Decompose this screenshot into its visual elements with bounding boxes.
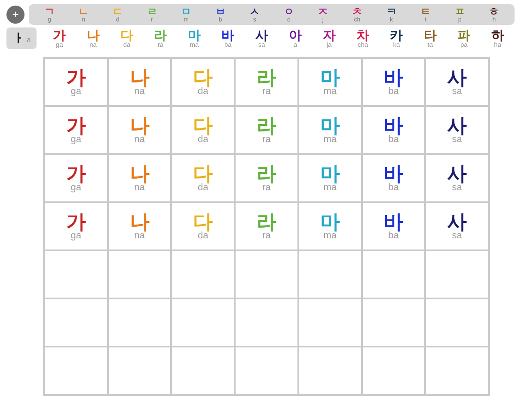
syllable-item[interactable]: 하ha: [481, 28, 514, 49]
consonant-item[interactable]: ㅊch: [340, 6, 374, 23]
cell-rom: ra: [262, 85, 271, 97]
grid-cell[interactable]: 사sa: [425, 58, 489, 106]
grid-cell[interactable]: 바ba: [362, 202, 426, 250]
consonant-item[interactable]: ㅌt: [408, 6, 443, 23]
syllable-rom: ga: [43, 41, 76, 49]
grid-cell[interactable]: 마ma: [298, 202, 362, 250]
grid-cell[interactable]: [298, 250, 362, 298]
consonant-bar: ㄱgㄴnㄷdㄹrㅁmㅂbㅅsㅇoㅈjㅊchㅋkㅌtㅍpㅎh: [29, 4, 515, 25]
consonant-item[interactable]: ㅂb: [203, 6, 238, 23]
syllable-item[interactable]: 라ra: [144, 28, 177, 49]
cell-glyph: 바: [383, 164, 403, 183]
syllable-item[interactable]: 사sa: [245, 28, 279, 49]
cell-rom: ma: [323, 182, 337, 193]
cell-glyph: 라: [257, 212, 276, 231]
grid-cell[interactable]: 나na: [108, 106, 172, 154]
syllable-item[interactable]: 차cha: [346, 28, 380, 49]
grid-cell[interactable]: 나na: [108, 154, 172, 202]
grid-cell[interactable]: 사sa: [425, 106, 489, 154]
consonant-rom: t: [408, 16, 443, 23]
grid-cell[interactable]: 바ba: [362, 58, 426, 106]
consonant-item[interactable]: ㅋk: [374, 6, 409, 23]
grid-cell[interactable]: [44, 298, 108, 347]
consonant-item[interactable]: ㅁm: [169, 6, 203, 23]
grid-cell[interactable]: 다da: [171, 202, 235, 250]
syllable-item[interactable]: 마ma: [178, 28, 211, 49]
grid-cell[interactable]: 가ga: [44, 106, 108, 154]
grid-cell[interactable]: [235, 250, 298, 298]
grid-cell[interactable]: [44, 347, 108, 395]
grid-cell[interactable]: 바ba: [362, 154, 426, 202]
syllable-item[interactable]: 바ba: [211, 28, 245, 49]
grid-cell[interactable]: [235, 298, 298, 347]
grid-cell[interactable]: 가ga: [44, 202, 108, 250]
grid-cell[interactable]: [44, 250, 108, 298]
syllable-item[interactable]: 가ga: [43, 28, 76, 49]
grid-cell[interactable]: 다da: [171, 106, 235, 154]
consonant-item[interactable]: ㅅs: [237, 6, 272, 23]
syllable-rom: ra: [144, 41, 177, 49]
syllable-item[interactable]: 파pa: [447, 28, 481, 49]
grid-cell[interactable]: 마ma: [298, 154, 362, 202]
cell-rom: ma: [323, 230, 337, 241]
consonant-rom: j: [306, 16, 340, 23]
grid-cell[interactable]: [108, 250, 172, 298]
syllable-item[interactable]: 나na: [76, 28, 110, 49]
syllable-glyph: 카: [380, 28, 413, 42]
grid-cell[interactable]: [171, 347, 235, 395]
grid-cell[interactable]: 바ba: [362, 106, 426, 154]
grid-cell[interactable]: [362, 347, 426, 395]
syllable-item[interactable]: 타ta: [414, 28, 447, 49]
consonant-item[interactable]: ㄴn: [67, 6, 101, 23]
grid-cell[interactable]: 마ma: [298, 58, 362, 106]
consonant-rom: b: [203, 16, 238, 23]
grid-cell[interactable]: [108, 347, 172, 395]
syllable-rom: na: [76, 41, 110, 49]
syllable-rom: sa: [245, 41, 279, 49]
grid-cell[interactable]: [298, 298, 362, 347]
grid-cell[interactable]: 사sa: [425, 154, 489, 202]
grid-cell[interactable]: [235, 347, 298, 395]
grid-cell[interactable]: [171, 298, 235, 347]
consonant-item[interactable]: ㄷd: [101, 6, 135, 23]
grid-cell[interactable]: [425, 250, 489, 298]
grid-cell[interactable]: [425, 298, 489, 347]
syllable-item[interactable]: 카ka: [380, 28, 413, 49]
syllable-item[interactable]: 아a: [279, 28, 312, 49]
syllable-item[interactable]: 자ja: [312, 28, 346, 49]
grid-cell[interactable]: 라ra: [235, 106, 298, 154]
cell-glyph: 가: [66, 212, 86, 231]
grid-cell[interactable]: 라ra: [235, 58, 298, 106]
grid-cell[interactable]: 다da: [171, 154, 235, 202]
grid-cell[interactable]: [108, 298, 172, 347]
grid-cell[interactable]: 나na: [108, 58, 172, 106]
consonant-item[interactable]: ㅈj: [306, 6, 340, 23]
grid-cell[interactable]: 나na: [108, 202, 172, 250]
consonant-item[interactable]: ㄹr: [135, 6, 169, 23]
consonant-item[interactable]: ㅇo: [272, 6, 306, 23]
grid-cell[interactable]: 가ga: [44, 154, 108, 202]
consonant-item[interactable]: ㄱg: [32, 6, 67, 23]
grid-cell[interactable]: 가ga: [44, 58, 108, 106]
syllable-item[interactable]: 다da: [110, 28, 144, 49]
grid-cell[interactable]: [362, 250, 426, 298]
grid-cell[interactable]: [425, 347, 489, 395]
grid-cell[interactable]: 다da: [171, 58, 235, 106]
cell-glyph: 라: [257, 116, 276, 135]
grid-cell[interactable]: 마ma: [298, 106, 362, 154]
add-button[interactable]: +: [6, 6, 25, 24]
grid-cell[interactable]: [362, 298, 426, 347]
grid-cell[interactable]: 사sa: [425, 202, 489, 250]
grid-cell[interactable]: 라ra: [235, 154, 298, 202]
cell-rom: ma: [323, 134, 337, 145]
grid-cell[interactable]: [298, 347, 362, 395]
cell-rom: na: [134, 230, 144, 241]
grid-cell[interactable]: 라ra: [235, 202, 298, 250]
vowel-glyph: ㅏ: [12, 30, 25, 46]
vowel-tab[interactable]: ㅏ a: [6, 27, 37, 49]
consonant-item[interactable]: ㅎh: [477, 6, 512, 23]
cell-rom: ga: [71, 134, 81, 145]
cell-rom: da: [198, 182, 208, 193]
grid-cell[interactable]: [171, 250, 235, 298]
consonant-item[interactable]: ㅍp: [443, 6, 477, 23]
